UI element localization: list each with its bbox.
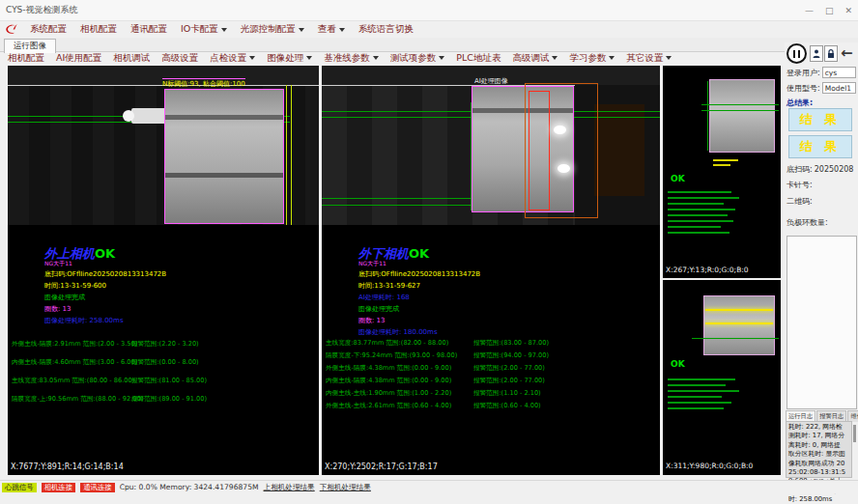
measurement-row: 主线宽度:83.77mm 范围:(82.00 - 88.00) 报警范围:(83… <box>322 339 660 349</box>
menu-label: 光源控制配置 <box>241 23 296 36</box>
measurement-row: 外侧主线-隔膜:2.91mm 范围:(2.00 - 3.50) 报警范围:(2.… <box>8 340 319 350</box>
thumbnail-panel-1[interactable]: OK X:267;Y:13;R:0;G:0;B:0 <box>663 66 781 278</box>
lower-camera-image[interactable]: AI处理图像 <box>322 66 660 225</box>
pin-label: 卡针号: <box>786 180 813 190</box>
dropdown-arrow-icon <box>373 56 379 60</box>
brown-region <box>594 104 644 196</box>
pixel-coordinates: X:7677;Y:891;R:14;G:14;B:14 <box>11 462 124 471</box>
menu-view[interactable]: 查看 <box>311 23 352 36</box>
login-user-value[interactable]: cys <box>822 67 856 78</box>
measurement-value: 隔膜宽度-上:90.56mm 范围:(88.00 - 92.00) <box>12 395 143 404</box>
measurement-value: 外侧主线-隔膜:4.38mm 范围:(0.00 - 9.00) <box>326 364 451 373</box>
processing-time-line: 图像处理耗时: 180.00ms <box>358 327 438 337</box>
settings-lock-button[interactable] <box>824 45 838 62</box>
model-label: 使用型号: <box>786 83 820 94</box>
app-logo-icon <box>4 23 19 36</box>
alarm-range: 报警范围:(83.00 - 87.00) <box>473 339 549 348</box>
processing-done-line: 图像处理完成 <box>358 304 399 314</box>
barcode-line: 底扫码:OFflIine2025020813313472B <box>44 269 166 279</box>
tool-label: AI使用配置 <box>56 52 101 65</box>
upper-camera-image[interactable]: N标阈值:93, 粘合阈值:100 <box>8 66 319 225</box>
green-guide-line <box>701 110 779 111</box>
tool-camera-config[interactable]: 相机配置 <box>2 52 50 65</box>
pixel-coordinates: X:270;Y:2502;R:17;G:17;B:17 <box>325 462 438 471</box>
tool-other-settings[interactable]: 其它设置 <box>620 52 677 65</box>
close-button[interactable]: ✕ <box>844 6 852 15</box>
tool-learning-params[interactable]: 学习参数 <box>563 52 620 65</box>
inspected-block <box>164 89 284 224</box>
tool-spot-check[interactable]: 点检设置 <box>204 52 261 65</box>
measurement-row: 内侧主线-隔膜:4.38mm 范围:(0.00 - 9.00) 报警范围:(2.… <box>322 377 660 386</box>
log-text-area[interactable]: 耗时: 222, 网络检测耗时: 17, 网络分离耗时: 0, 网络提取分区耗时… <box>786 421 852 478</box>
time-line: 时间:13-31-59-627 <box>358 281 420 291</box>
log-scrollbar[interactable] <box>853 425 856 442</box>
alarm-range: 报警范围:(2.00 - 77.00) <box>473 364 545 373</box>
pause-button[interactable] <box>786 43 807 64</box>
maximize-button[interactable]: □ <box>825 6 834 15</box>
dropdown-arrow-icon <box>609 56 615 60</box>
menu-light-control[interactable]: 光源控制配置 <box>234 23 311 36</box>
result-list-box[interactable] <box>786 236 857 409</box>
dropdown-arrow-icon <box>666 56 672 60</box>
tool-plc-address[interactable]: PLC地址表 <box>450 52 506 65</box>
ng-note: NG大于11 <box>44 260 72 268</box>
green-guide-line <box>701 104 779 105</box>
dropdown-arrow-icon <box>249 56 255 60</box>
tool-label: 图像处理 <box>267 52 303 65</box>
alarm-range: 报警范围:(89.00 - 91.00) <box>131 395 207 404</box>
back-arrow-icon[interactable]: ← <box>841 44 853 62</box>
tool-advanced-settings[interactable]: 高级设置 <box>156 52 204 65</box>
toolbar: 相机配置 AI使用配置 相机调试 高级设置 点检设置 图像处理 基准线参数 测试… <box>2 51 856 65</box>
block-band <box>165 115 283 120</box>
measurement-value: 内侧主线-隔膜:4.38mm 范围:(0.00 - 9.00) <box>326 377 451 385</box>
dropdown-arrow-icon <box>299 28 304 32</box>
reflection-spot <box>558 164 570 173</box>
tool-label: 测试项参数 <box>390 52 437 65</box>
thumbnail-panel-2[interactable]: OK X:311;Y:980;R:0;G:0;B:0 <box>663 280 781 475</box>
menu-bar: 系统配置 相机配置 通讯配置 IO卡配置 光源控制配置 查看 系统语言切换 <box>0 21 858 38</box>
dropdown-arrow-icon <box>221 28 227 32</box>
menu-label: 查看 <box>318 23 336 36</box>
laps-line: 圈数: 13 <box>358 316 386 325</box>
tool-label: 基准线参数 <box>324 52 370 65</box>
window-title: CYS-视觉检测系统 <box>6 4 78 16</box>
login-user-field: 登录用户: cys <box>786 67 856 78</box>
measurement-value: 隔膜宽度-下:95.24mm 范围:(93.00 - 98.00) <box>326 351 457 360</box>
model-field: 使用型号: Model1 <box>786 82 856 94</box>
tool-ai-usage-config[interactable]: AI使用配置 <box>50 52 107 65</box>
time-line: 时间:13-31-59-600 <box>44 281 106 291</box>
laps-line: 圈数: 13 <box>44 304 72 314</box>
yellow-highlight-line <box>705 309 773 311</box>
user-lock-button[interactable] <box>810 45 823 62</box>
processing-time-line: 图像处理耗时: 258.00ms <box>44 316 124 325</box>
yellow-highlight-line <box>705 322 773 324</box>
tool-advanced-debug[interactable]: 高级调试 <box>506 52 563 65</box>
camera-link-status-badge: 相机连接 <box>42 483 76 492</box>
menu-language-switch[interactable]: 系统语言切换 <box>352 23 420 36</box>
tool-image-processing[interactable]: 图像处理 <box>261 52 318 65</box>
ai-detection-rect-inner <box>529 91 550 210</box>
tool-test-params[interactable]: 测试项参数 <box>385 52 451 65</box>
menu-label: IO卡配置 <box>181 23 218 36</box>
barcode-value: 20250208 <box>815 165 854 174</box>
tool-baseline-params[interactable]: 基准线参数 <box>318 52 385 65</box>
ring-count-label: 负极环数量: <box>786 217 828 228</box>
alarm-range: 报警范围:(2.00 - 77.00) <box>473 377 545 385</box>
person-icon <box>813 49 820 59</box>
minimize-button[interactable]: — <box>805 6 814 15</box>
lower-camera-result-link[interactable]: 下相机处理结果 <box>320 483 371 492</box>
model-value[interactable]: Model1 <box>822 82 856 94</box>
menu-system-config[interactable]: 系统配置 <box>23 23 73 36</box>
tool-camera-debug[interactable]: 相机调试 <box>107 52 156 65</box>
result-box-lower: 结 果 <box>788 135 852 158</box>
result-box-upper: 结 果 <box>788 108 852 131</box>
menu-io-config[interactable]: IO卡配置 <box>174 23 234 36</box>
menu-camera-config[interactable]: 相机配置 <box>73 23 124 36</box>
menu-comm-config[interactable]: 通讯配置 <box>124 23 174 36</box>
ng-note: NG大于11 <box>358 260 386 268</box>
ring-count-field: 负极环数量: <box>786 217 856 228</box>
thumbnail-text-lines <box>663 375 769 409</box>
thumbnail-ok: OK <box>671 359 685 369</box>
upper-camera-result-link[interactable]: 上相机处理结果 <box>264 483 315 492</box>
green-guide-line <box>322 205 476 206</box>
